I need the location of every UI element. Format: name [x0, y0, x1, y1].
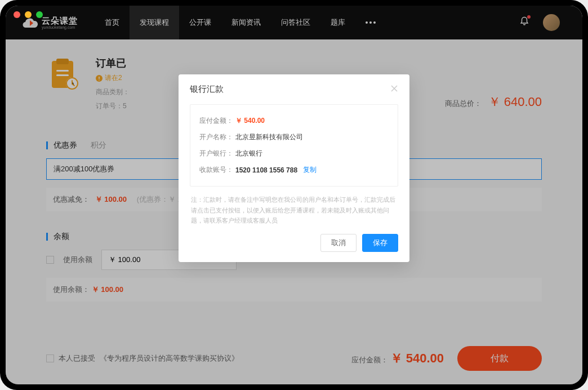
amount-value: ￥ 540.00 — [235, 116, 265, 126]
copy-button[interactable]: 复制 — [303, 165, 317, 175]
close-icon — [390, 85, 398, 92]
maximize-window[interactable] — [36, 11, 43, 18]
account-name-label: 开户名称： — [199, 132, 235, 142]
window-controls — [14, 11, 43, 18]
save-button[interactable]: 保存 — [362, 234, 398, 252]
modal-close-button[interactable] — [390, 83, 398, 95]
cancel-button[interactable]: 取消 — [320, 234, 357, 252]
account-number-value: 1520 1108 1556 788 — [235, 166, 297, 174]
modal-title: 银行汇款 — [190, 84, 224, 95]
bank-info-box: 应付金额： ￥ 540.00 开户名称： 北京昱新科技有限公司 开户银行： 北京… — [190, 104, 398, 187]
account-name-value: 北京昱新科技有限公司 — [235, 132, 303, 142]
bank-label: 开户银行： — [199, 149, 235, 158]
bank-transfer-modal: 银行汇款 应付金额： ￥ 540.00 开户名称： 北京昱新科技有限公司 — [179, 74, 409, 262]
modal-overlay[interactable]: 银行汇款 应付金额： ￥ 540.00 开户名称： 北京昱新科技有限公司 — [6, 6, 582, 384]
close-window[interactable] — [14, 11, 20, 18]
account-number-label: 收款账号： — [199, 165, 235, 175]
modal-note: 注：汇款时，请在备注中写明您在我公司的用户名和本订单号，汇款完成后请点击已支付按… — [190, 187, 398, 234]
minimize-window[interactable] — [25, 11, 32, 18]
bank-value: 北京银行 — [235, 149, 262, 158]
amount-label: 应付金额： — [199, 116, 235, 126]
